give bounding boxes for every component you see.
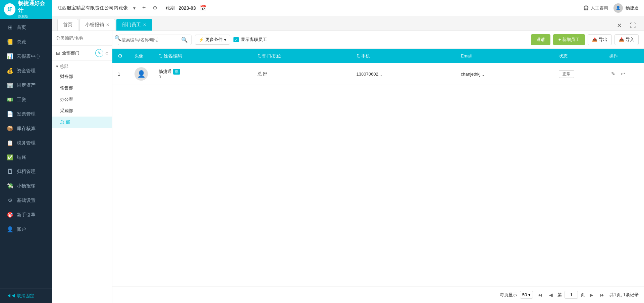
company-dropdown-button[interactable]: ▾ <box>132 4 137 12</box>
sidebar-item-label: 工资 <box>17 97 26 103</box>
page-size-select[interactable]: 50 ▾ <box>520 291 533 299</box>
sidebar-item-reports[interactable]: 📊 云报表中心 <box>0 49 52 63</box>
search-input[interactable] <box>121 37 179 42</box>
sidebar-item-checkout[interactable]: ✅ 结账 <box>0 150 52 165</box>
sidebar-item-guide[interactable]: 🎯 新手引导 <box>0 208 52 222</box>
dept-item-finance[interactable]: 财务部 <box>52 71 112 82</box>
page-prev-button[interactable]: ◀ <box>547 291 555 299</box>
content-area: 🔍 ⊞ 全部部门 ✎ « ▾ 总部 财务部 销售部 办公室 采购部 总 部 <box>52 31 644 303</box>
sidebar-item-label: 云报表中心 <box>17 53 40 59</box>
export-button[interactable]: 📤 导出 <box>588 34 612 45</box>
tab-home[interactable]: 首页 <box>57 19 78 31</box>
customer-service-label: 人工咨询 <box>591 5 608 11</box>
tab-dept-employee[interactable]: 部门员工 ✕ <box>116 19 152 31</box>
tab-xiaochang[interactable]: 小畅报销 ✕ <box>79 19 115 31</box>
funds-icon: 💰 <box>7 68 13 74</box>
dept-item-office[interactable]: 办公室 <box>52 94 112 105</box>
dept-item-general[interactable]: 总 部 <box>52 117 112 128</box>
sidebar-item-ledger[interactable]: 📒 总账 <box>0 35 52 49</box>
basic-icon: ⚙ <box>7 197 13 204</box>
import-label: 导入 <box>626 37 634 43</box>
inventory-icon: 📦 <box>7 125 13 132</box>
dept-search-input[interactable] <box>56 36 112 41</box>
wages-icon: 💵 <box>7 96 13 103</box>
sidebar-item-account[interactable]: 👤 账户 <box>0 222 52 236</box>
calendar-icon[interactable]: 📅 <box>200 5 207 11</box>
sidebar-item-wages[interactable]: 💵 工资 <box>0 92 52 107</box>
cancel-pin-label: ◀◀ 取消固定 <box>7 293 34 299</box>
page-input[interactable] <box>565 291 578 299</box>
tab-xiaochang-close[interactable]: ✕ <box>106 23 109 27</box>
sidebar-item-label: 归档管理 <box>17 169 36 175</box>
sidebar-item-invoice[interactable]: 📄 发票管理 <box>0 107 52 121</box>
tab-actions: ✕ ⛶ <box>614 20 639 31</box>
employee-toolbar: 🔍 ⚡ 更多条件 ▾ ✓ 显示离职员工 邀请 + 新增员工 <box>112 31 644 49</box>
dept-search: 🔍 <box>52 31 112 46</box>
assets-icon: 🏢 <box>7 82 13 88</box>
tab-dept-close[interactable]: ✕ <box>143 23 146 27</box>
sort-name-icon: ⇅ <box>159 53 164 58</box>
cancel-pin-button[interactable]: ◀◀ 取消固定 <box>0 289 52 303</box>
user-name: 畅捷通 <box>626 5 639 11</box>
customer-service-button[interactable]: 🎧 人工咨询 <box>583 5 608 11</box>
row-actions: ✎ ↩ <box>604 63 644 85</box>
logo-sub: 旗舰版 <box>18 14 48 19</box>
more-filter-button[interactable]: ⚡ 更多条件 ▾ <box>195 35 230 45</box>
dept-item-sales[interactable]: 销售部 <box>52 82 112 94</box>
employee-code: 0 <box>159 75 247 79</box>
sidebar-item-funds[interactable]: 💰 资金管理 <box>0 63 52 78</box>
dept-collapse-button[interactable]: « <box>105 50 108 56</box>
sidebar-item-label: 库存核算 <box>17 126 36 132</box>
tab-close-button[interactable]: ✕ <box>614 20 625 31</box>
col-settings-header: ⚙ <box>112 49 129 63</box>
show-resigned-checkbox[interactable]: ✓ <box>233 37 239 42</box>
logout-button[interactable]: ↩ <box>619 70 627 78</box>
col-phone-header[interactable]: ⇅ 手机 <box>351 49 455 63</box>
sidebar-item-xiaochang[interactable]: 💸 小畅报销 <box>0 179 52 193</box>
edit-button[interactable]: ✎ <box>609 70 618 78</box>
sidebar-item-basic[interactable]: ⚙ 基础设置 <box>0 193 52 208</box>
row-email: chanjethkj... <box>455 63 553 85</box>
settings-col-icon[interactable]: ⚙ <box>118 53 122 59</box>
logo-icon: 好 <box>4 3 15 15</box>
logo: 好 畅捷通好会计 旗舰版 <box>0 0 52 19</box>
col-name-header[interactable]: ⇅ 姓名/编码 <box>153 49 252 63</box>
grid-icon: ⊞ <box>56 50 60 56</box>
sidebar-item-tax[interactable]: 📋 税务管理 <box>0 136 52 150</box>
all-depts[interactable]: ⊞ 全部部门 <box>56 50 79 56</box>
sidebar-item-label: 税务管理 <box>17 140 36 146</box>
import-button[interactable]: 📥 导入 <box>614 34 639 45</box>
user-info[interactable]: 👤 畅捷通 <box>613 3 639 13</box>
sidebar-item-archive[interactable]: 🗄 归档管理 <box>0 165 52 179</box>
dept-edit-button[interactable]: ✎ <box>95 49 103 57</box>
tab-home-label: 首页 <box>63 22 72 28</box>
page-next-button[interactable]: ▶ <box>588 291 595 299</box>
add-employee-button[interactable]: + 新增员工 <box>553 34 585 45</box>
employee-name: 畅捷通 <box>159 69 172 75</box>
chevron-down-icon: ▾ <box>224 37 226 42</box>
page-last-button[interactable]: ⏭ <box>598 291 607 299</box>
invite-button[interactable]: 邀请 <box>531 34 550 45</box>
settings-button[interactable]: ⚙ <box>151 3 159 12</box>
tab-expand-button[interactable]: ⛶ <box>627 21 639 31</box>
page-first-button[interactable]: ⏮ <box>536 291 544 299</box>
dept-group-hq: ▾ 总部 <box>52 61 112 71</box>
page-size-chevron: ▾ <box>528 292 531 297</box>
page-size-label: 每页显示 <box>500 292 517 298</box>
more-filter-label: 更多条件 <box>205 37 223 43</box>
checkout-icon: ✅ <box>7 154 13 161</box>
guide-icon: 🎯 <box>7 212 13 218</box>
sidebar-item-inventory[interactable]: 📦 库存核算 <box>0 121 52 136</box>
tabbar: 首页 小畅报销 ✕ 部门员工 ✕ ✕ ⛶ <box>52 16 644 31</box>
page-di-label: 第 <box>557 292 562 298</box>
sidebar-item-assets[interactable]: 🏢 固定资产 <box>0 78 52 92</box>
dept-item-purchase[interactable]: 采购部 <box>52 105 112 117</box>
add-account-button[interactable]: + <box>141 3 147 13</box>
col-dept-header[interactable]: ⇅ 部门/职位 <box>252 49 351 63</box>
invoice-icon: 📄 <box>7 111 13 117</box>
tax-icon: 📋 <box>7 140 13 146</box>
sidebar-item-home[interactable]: ⊞ 首页 <box>0 20 52 35</box>
search-icon[interactable]: 🔍 <box>181 37 188 43</box>
archive-icon: 🗄 <box>7 169 13 175</box>
topbar-right: 🎧 人工咨询 👤 畅捷通 <box>583 3 639 13</box>
